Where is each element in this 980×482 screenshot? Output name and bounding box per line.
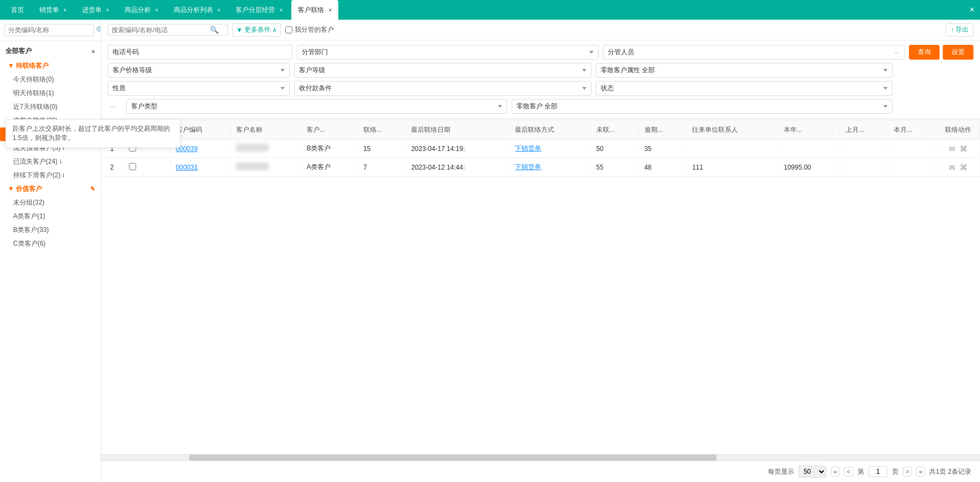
- main-layout: 🔍 全部客户 » ▼ 待联络客户 今天待联络(0) 明天待联络(1) 近7天待联…: [0, 20, 980, 482]
- collapse-icon[interactable]: »: [91, 48, 95, 55]
- sidebar-item-churned[interactable]: 已流失客户(24) ℹ: [0, 155, 101, 169]
- tab-goods-list[interactable]: 商品分析列表 ×: [167, 0, 227, 20]
- sidebar-all-customers[interactable]: 全部客户 »: [0, 43, 101, 59]
- search-wrap: 🔍: [108, 24, 228, 36]
- first-page-btn[interactable]: «: [831, 467, 840, 477]
- phone-field[interactable]: 电话号码: [108, 45, 292, 60]
- prev-page-btn[interactable]: <: [844, 467, 853, 477]
- row2-chat-icon[interactable]: ✉: [949, 163, 955, 172]
- col-company-contact[interactable]: 往来单位联系人: [686, 121, 778, 140]
- main-search-icon[interactable]: 🔍: [210, 26, 219, 34]
- row2-overdue: 48: [638, 158, 686, 177]
- horizontal-scrollbar[interactable]: [101, 454, 980, 461]
- sidebar-item-class-c[interactable]: C类客户(6): [0, 237, 101, 251]
- sidebar-group-pending[interactable]: ▼ 待联络客户: [0, 59, 101, 73]
- filter-bar: 🔍 ▼ 更多条件 ∧ 我分管的客户 ↑ 导出: [101, 20, 980, 40]
- sidebar-item-7days[interactable]: 近7天待联络(0): [0, 100, 101, 114]
- tab-home[interactable]: 首页: [4, 0, 31, 20]
- row1-chat-icon[interactable]: ✉: [949, 144, 955, 153]
- sidebar-item-ungrouped[interactable]: 未分组(32): [0, 196, 101, 210]
- filter-icon: ▼: [236, 26, 243, 34]
- col-last-contact-date[interactable]: 最后联络日期: [406, 121, 509, 140]
- col-customer-category[interactable]: 客户...: [301, 121, 357, 140]
- my-customers-checkbox[interactable]: [285, 26, 292, 33]
- row2-grid-icon[interactable]: ⌘: [960, 163, 967, 172]
- row1-grid-icon[interactable]: ⌘: [960, 144, 967, 153]
- export-btn[interactable]: ↑ 导出: [946, 23, 973, 37]
- main-search-input[interactable]: [112, 26, 210, 34]
- tab-sales[interactable]: 销货单 ×: [33, 0, 73, 20]
- row2-company-contact: 111: [686, 158, 778, 177]
- retail-attr-field[interactable]: 零散客户属性 全部: [596, 63, 893, 78]
- row2-placeholder: [142, 158, 170, 177]
- close-sales-icon[interactable]: ×: [63, 7, 67, 13]
- sidebar-item-class-a[interactable]: A类客户(1): [0, 210, 101, 223]
- customer-type-field[interactable]: 客户类型: [126, 99, 507, 114]
- retail-attr-arrow: [883, 69, 888, 72]
- close-all-tabs[interactable]: ×: [970, 5, 975, 15]
- filter-row-4: ··· 客户类型 零散客户 全部: [108, 99, 973, 114]
- row1-actions: ✉ ⌘: [936, 140, 980, 158]
- sidebar-group-value-customers[interactable]: ▼ 价值客户 ✎: [0, 182, 101, 196]
- sidebar-item-declining[interactable]: 持续下滑客户(2) ℹ: [0, 169, 101, 182]
- close-customer-tier-icon[interactable]: ×: [279, 7, 283, 13]
- payment-arrow: [582, 87, 586, 90]
- col-overdue[interactable]: 逾期...: [638, 121, 686, 140]
- tab-goods-analysis[interactable]: 商品分析 ×: [118, 0, 165, 20]
- more-conditions-btn[interactable]: ▼ 更多条件 ∧: [232, 23, 281, 37]
- col-customer-name[interactable]: 客户名称: [230, 121, 301, 140]
- tab-customer-tier[interactable]: 客户分层经营 ×: [229, 0, 289, 20]
- col-this-month[interactable]: 本月...: [888, 121, 936, 140]
- sidebar-search-area: 🔍: [0, 20, 101, 41]
- tab-customer-contact[interactable]: 客户联络 ×: [291, 0, 338, 20]
- table-area: ⚙ 客户编码 客户名称 客户... 联络... 最后联络日期 最后联络方式 未联…: [101, 121, 980, 454]
- next-page-btn[interactable]: >: [903, 467, 912, 477]
- row1-this-year: [778, 140, 840, 158]
- row2-code[interactable]: 000031: [170, 158, 230, 177]
- dept-arrow: [589, 51, 594, 54]
- row2-last-method: 下销货单: [509, 158, 590, 177]
- top-nav: 首页 销货单 × 进货单 × 商品分析 × 商品分析列表 × 客户分层经营 × …: [0, 0, 980, 20]
- customer-level-field[interactable]: 客户等级: [294, 63, 591, 78]
- row1-overdue: 35: [638, 140, 686, 158]
- last-page-btn[interactable]: »: [916, 467, 925, 477]
- query-button[interactable]: 查询: [909, 45, 940, 60]
- person-dots[interactable]: ···: [894, 49, 900, 56]
- price-level-arrow: [280, 69, 285, 72]
- col-this-year[interactable]: 本年...: [778, 121, 840, 140]
- row4-dots[interactable]: ···: [108, 103, 118, 111]
- payment-field[interactable]: 收付款条件: [294, 81, 591, 96]
- row2-last-month: [840, 158, 888, 177]
- per-page-select[interactable]: 20 50 100: [799, 466, 826, 478]
- row2-contact: 7: [357, 158, 406, 177]
- pagination-bar: 每页显示 20 50 100 « < 第 页 > » 共1页 2条记录: [101, 461, 980, 482]
- edit-icon[interactable]: ✎: [90, 185, 95, 193]
- price-level-field[interactable]: 客户价格等级: [108, 63, 290, 78]
- col-no-contact[interactable]: 未联...: [590, 121, 638, 140]
- gender-field[interactable]: 性质: [108, 81, 290, 96]
- close-goods-list-icon[interactable]: ×: [218, 7, 221, 13]
- tab-purchase[interactable]: 进货单 ×: [75, 0, 116, 20]
- sidebar-item-today[interactable]: 今天待联络(0): [0, 73, 101, 86]
- close-purchase-icon[interactable]: ×: [106, 7, 109, 13]
- col-last-month[interactable]: 上月...: [840, 121, 888, 140]
- person-field[interactable]: 分管人员 ···: [603, 45, 905, 60]
- sidebar-item-tomorrow[interactable]: 明天待联络(1): [0, 86, 101, 100]
- close-customer-contact-icon[interactable]: ×: [328, 7, 332, 13]
- row1-no-contact: 50: [590, 140, 638, 158]
- sidebar-search-input[interactable]: [4, 24, 94, 36]
- sidebar-item-class-b[interactable]: B类客户(33): [0, 223, 101, 237]
- sidebar-search-icon[interactable]: 🔍: [96, 26, 101, 34]
- dept-field[interactable]: 分管部门: [297, 45, 598, 60]
- col-last-contact-method[interactable]: 最后联络方式: [509, 121, 590, 140]
- total-records: 共1页 2条记录: [929, 467, 971, 477]
- page-suffix: 页: [892, 467, 899, 477]
- retail-field[interactable]: 零散客户 全部: [512, 99, 893, 114]
- close-goods-analysis-icon[interactable]: ×: [155, 7, 159, 13]
- row2-checkbox[interactable]: [129, 163, 136, 170]
- settings-button[interactable]: 设置: [943, 45, 973, 60]
- page-number-input[interactable]: [868, 466, 888, 477]
- col-contact-count[interactable]: 联络...: [357, 121, 406, 140]
- row1-this-month: [888, 140, 936, 158]
- status-field[interactable]: 状态: [596, 81, 893, 96]
